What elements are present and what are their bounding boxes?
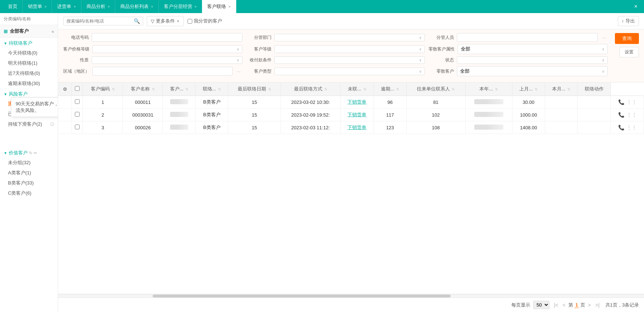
sidebar-item-declining[interactable]: 持续下滑客户(2) ⓘ bbox=[0, 119, 58, 129]
col-last-date[interactable]: 最后联络日期 ⇅ bbox=[228, 82, 281, 96]
horizontal-scrollbar[interactable] bbox=[58, 294, 644, 297]
col-last-method[interactable]: 最后联络方式 ⇅ bbox=[281, 82, 340, 96]
select-all-checkbox[interactable] bbox=[75, 86, 80, 91]
export-btn[interactable]: ↑ 导出 bbox=[618, 16, 639, 26]
row-settings-0 bbox=[58, 96, 72, 109]
first-page-btn[interactable]: |< bbox=[552, 301, 560, 309]
query-button[interactable]: 查询 bbox=[615, 33, 639, 44]
sidebar-item-class-b[interactable]: B类客户(33) bbox=[0, 178, 58, 188]
col-code[interactable]: 客户编码 ⇅ bbox=[83, 82, 123, 96]
filter-action-buttons: 查询 设置 bbox=[611, 33, 639, 78]
action-contact-icon-2[interactable]: 📞 bbox=[618, 125, 624, 130]
sidebar-item-overdue-contact[interactable]: 逾期未联络(30) bbox=[0, 78, 58, 89]
tab-goods-analysis-close[interactable]: × bbox=[108, 4, 110, 9]
tab-customer-contact[interactable]: 客户联络 × bbox=[202, 0, 236, 13]
tab-customer-tier[interactable]: 客户分层经营 × bbox=[159, 0, 202, 13]
row-last-method-2[interactable]: 下销货单 bbox=[340, 121, 374, 134]
close-all-tabs[interactable]: × bbox=[631, 3, 641, 10]
tab-goods-analysis-list-close[interactable]: × bbox=[151, 4, 153, 9]
collapse-icon[interactable]: « bbox=[52, 29, 54, 34]
scrollbar-thumb[interactable] bbox=[153, 295, 451, 297]
sidebar-all-customers[interactable]: ⊞ 全部客户 « bbox=[0, 25, 58, 38]
next-page-btn[interactable]: > bbox=[587, 301, 592, 309]
tab-home[interactable]: 首页 bbox=[3, 0, 23, 13]
export-icon: ↑ bbox=[622, 19, 624, 24]
sidebar-group-pending[interactable]: ▼ 待联络客户 bbox=[0, 38, 58, 48]
price-level-select[interactable]: ∨ bbox=[92, 45, 242, 53]
sidebar-item-class-a[interactable]: A类客户(1) bbox=[0, 168, 58, 178]
status-select[interactable]: ∨ bbox=[457, 56, 608, 64]
phone-input[interactable] bbox=[92, 33, 242, 42]
gender-arrow: ∨ bbox=[237, 58, 239, 62]
payment-select[interactable]: ∨ bbox=[274, 56, 425, 64]
last-page-btn[interactable]: >| bbox=[594, 301, 601, 309]
col-contact[interactable]: 联络... ⇅ bbox=[196, 82, 228, 96]
tab-purchase-close[interactable]: × bbox=[73, 4, 76, 9]
row-num-0: 1 bbox=[83, 96, 123, 109]
action-more-icon-2[interactable]: ⋮⋮ bbox=[627, 125, 637, 130]
region-input[interactable] bbox=[92, 67, 233, 76]
filter-cell-gender: 性质 ∨ bbox=[63, 56, 246, 64]
my-customers-checkbox-area[interactable]: 我分管的客户 bbox=[188, 18, 222, 24]
sidebar-item-today-contact[interactable]: 今天待联络(0) bbox=[0, 48, 58, 58]
sidebar-item-ungroup[interactable]: 未分组(32) bbox=[0, 158, 58, 168]
row-action-1: 📞 ⋮⋮ bbox=[611, 109, 644, 121]
col-this-year[interactable]: 本年... ⇅ bbox=[465, 82, 512, 96]
tab-goods-analysis[interactable]: 商品分析 × bbox=[81, 0, 115, 13]
gender-select[interactable]: ∨ bbox=[92, 56, 242, 64]
customer-level-select[interactable]: ∨ bbox=[274, 45, 425, 53]
manager-label: 分管人员 bbox=[428, 35, 454, 41]
zero-retail-attr-select[interactable]: 全部 ∨ bbox=[458, 44, 608, 54]
manager-input[interactable] bbox=[457, 33, 598, 42]
sidebar-item-tomorrow-contact[interactable]: 明天待联络(1) bbox=[0, 58, 58, 68]
tab-sales-close[interactable]: × bbox=[44, 4, 47, 9]
col-select-all[interactable] bbox=[72, 82, 83, 96]
row-last-method-0[interactable]: 下销货单 bbox=[340, 96, 374, 109]
customer-type-select[interactable]: ∨ bbox=[274, 68, 425, 75]
row-last-date-1: 2023-02-09 19:52: bbox=[281, 109, 340, 121]
sidebar-item-7day-contact[interactable]: 近7天待联络(0) bbox=[0, 68, 58, 78]
tab-purchase[interactable]: 进货单 × bbox=[52, 0, 81, 13]
region-dots[interactable]: ··· bbox=[236, 69, 242, 74]
row-checkbox-2[interactable] bbox=[72, 121, 83, 134]
row-last-method-1[interactable]: 下销货单 bbox=[340, 109, 374, 121]
filter-search-icon[interactable]: 🔍 bbox=[134, 18, 140, 24]
col-overdue[interactable]: 逾期... ⇅ bbox=[374, 82, 406, 96]
col-last-month[interactable]: 上月... ⇅ bbox=[512, 82, 545, 96]
dept-select[interactable]: ∨ bbox=[274, 34, 425, 41]
manager-dots[interactable]: ··· bbox=[601, 35, 608, 40]
table-row: 2 00030031 B类客户 15 2023-02-09 19:52: 下销货… bbox=[58, 109, 644, 121]
per-page-select[interactable]: 50 bbox=[533, 301, 550, 309]
prev-page-btn[interactable]: < bbox=[561, 301, 567, 309]
col-no-contact[interactable]: 未联... ⇅ bbox=[340, 82, 374, 96]
value-edit-icon[interactable]: ✏ bbox=[34, 151, 37, 155]
zero-retail-select[interactable]: 全部 ∨ bbox=[457, 66, 608, 76]
col-company-contact[interactable]: 往来单位联系人 ⇅ bbox=[406, 82, 465, 96]
settings-button[interactable]: 设置 bbox=[619, 47, 639, 57]
tab-customer-tier-close[interactable]: × bbox=[194, 4, 197, 9]
tab-customer-contact-close[interactable]: × bbox=[228, 4, 230, 9]
col-settings[interactable]: ⚙ bbox=[58, 82, 72, 96]
action-more-icon-1[interactable]: ⋮⋮ bbox=[627, 112, 637, 118]
value-refresh-icon[interactable]: ↻ bbox=[29, 151, 32, 155]
last-month-sort-icon: ⇅ bbox=[535, 87, 538, 91]
action-contact-icon-0[interactable]: 📞 bbox=[618, 99, 624, 105]
sidebar-search-input[interactable] bbox=[4, 16, 58, 21]
my-customers-checkbox[interactable] bbox=[188, 19, 192, 24]
filter-search-input[interactable] bbox=[67, 19, 134, 24]
sidebar-group-value[interactable]: ▼ 价值客户 ↻ ✏ bbox=[0, 147, 58, 158]
col-name[interactable]: 客户名称 ⇅ bbox=[123, 82, 163, 96]
page-label: 第 bbox=[568, 302, 573, 308]
sidebar-item-class-c[interactable]: C类客户(6) bbox=[0, 188, 58, 198]
row-last-month-0 bbox=[545, 96, 577, 109]
action-more-icon-0[interactable]: ⋮⋮ bbox=[627, 99, 637, 105]
company-contact-sort-icon: ⇅ bbox=[452, 87, 455, 91]
tab-goods-analysis-list[interactable]: 商品分析列表 × bbox=[115, 0, 158, 13]
col-this-month[interactable]: 本月... ⇅ bbox=[545, 82, 577, 96]
action-contact-icon-1[interactable]: 📞 bbox=[618, 112, 624, 118]
row-checkbox-1[interactable] bbox=[72, 109, 83, 121]
tab-sales[interactable]: 销货单 × bbox=[23, 0, 52, 13]
row-checkbox-0[interactable] bbox=[72, 96, 83, 109]
more-conditions-btn[interactable]: ▽ 更多条件 ▼ bbox=[147, 16, 184, 26]
col-type[interactable]: 客户... ⇅ bbox=[163, 82, 196, 96]
